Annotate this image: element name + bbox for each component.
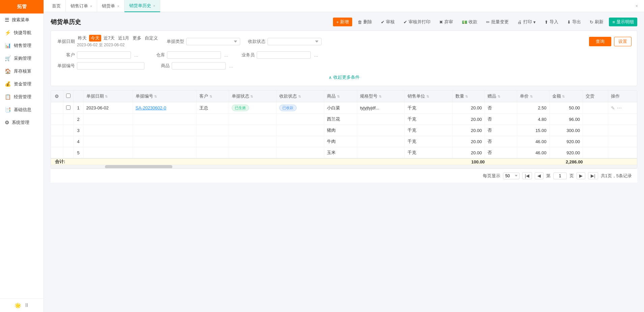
col-goods[interactable]: 商品 ⇅ <box>324 90 357 102</box>
cell-checkbox[interactable] <box>63 136 73 147</box>
sidebar-item-purchase-mgmt[interactable]: 🛒 采购管理 <box>0 52 44 65</box>
shortcut-1month[interactable]: 近1月 <box>117 35 130 42</box>
warehouse-dots[interactable]: ... <box>223 52 230 58</box>
doc-num-link[interactable]: SA-20230602-0 <box>136 105 166 110</box>
col-qty[interactable]: 数量 ⇅ <box>452 90 485 102</box>
table-scrollbar[interactable] <box>51 165 637 168</box>
table-scrollbar-thumb[interactable] <box>105 165 172 168</box>
cell-checkbox[interactable] <box>63 114 73 125</box>
goods-dots[interactable]: ... <box>228 63 234 69</box>
action-cell: ✎ ⋯ <box>611 105 634 111</box>
collapse-btn[interactable]: ∧ 收起更多条件 <box>56 73 632 82</box>
col-unit[interactable]: 销售单位 ⇅ <box>405 90 452 102</box>
row-checkbox[interactable] <box>66 105 71 110</box>
cell-actions <box>608 147 637 159</box>
refresh-button[interactable]: ↻ 刷新 <box>586 18 607 26</box>
col-spec[interactable]: 规格型号 ⇅ <box>357 90 405 102</box>
cell-unit-price: 4.80 <box>517 114 550 125</box>
search-menu-icon: ☰ <box>5 17 9 23</box>
sidebar-item-finance-mgmt[interactable]: 💰 资金管理 <box>0 78 44 90</box>
customer-dots[interactable]: ... <box>133 52 140 58</box>
sidebar-item-sales-mgmt[interactable]: 📊 销售管理 <box>0 39 44 52</box>
review-button[interactable]: ✔ 审核 <box>377 18 398 26</box>
tab-home[interactable]: 首页 <box>47 0 66 12</box>
page-input[interactable] <box>553 173 567 179</box>
sidebar-item-label: 资金管理 <box>14 81 31 87</box>
import-button[interactable]: ⬆ 导入 <box>541 18 562 26</box>
col-gift[interactable]: 赠品 ⇅ <box>485 90 517 102</box>
new-label: 新增 <box>340 19 349 25</box>
col-settings[interactable]: ⚙ <box>51 90 63 102</box>
filter-settings-button[interactable]: 设置 <box>614 37 632 46</box>
sidebar-item-search-menu[interactable]: ☰ 搜索菜单 <box>0 14 44 26</box>
batch-change-button[interactable]: ✏ 批量变更 <box>483 18 512 26</box>
sidebar-item-label: 销售管理 <box>14 43 31 49</box>
cell-amount: 920.00 <box>549 147 583 159</box>
collapse-label: 收起更多条件 <box>333 74 360 80</box>
export-button[interactable]: ⬇ 导出 <box>564 18 584 26</box>
cell-checkbox[interactable] <box>63 125 73 136</box>
page-title: 销货单历史 <box>51 18 333 26</box>
salesperson-dots[interactable]: ... <box>313 52 319 58</box>
query-button[interactable]: 查询 <box>589 37 611 46</box>
col-amount[interactable]: 金额 ⇅ <box>549 90 583 102</box>
cell-seq: 1 <box>73 102 83 114</box>
table-row: 1 2023-06-02 SA-20230602-0 王总 已生效 已收款 小白… <box>51 102 637 114</box>
tab-sales-history-close[interactable]: × <box>153 4 155 8</box>
edit-icon[interactable]: ✎ <box>611 105 615 111</box>
delete-button[interactable]: 🗑 删除 <box>354 18 375 26</box>
sidebar-item-quick-nav[interactable]: ⚡ 快捷导航 <box>0 26 44 39</box>
tab-sales-history-label: 销货单历史 <box>129 3 151 9</box>
new-button[interactable]: + 新增 <box>333 18 353 26</box>
sidebar-item-ops-mgmt[interactable]: 📋 经营管理 <box>0 90 44 103</box>
per-page-select[interactable]: 50 20 100 <box>503 173 520 179</box>
shortcut-more[interactable]: 更多 <box>132 35 142 42</box>
tab-sales-goods-close[interactable]: × <box>117 4 119 8</box>
review-print-button[interactable]: ✔ 审核并打印 <box>400 18 434 26</box>
customer-input[interactable] <box>77 51 131 59</box>
tab-sales-order-close[interactable]: × <box>90 4 92 8</box>
sidebar-item-basic-info[interactable]: 📑 基础信息 <box>0 103 44 116</box>
sidebar-bottom: 🌟 ⏸ <box>0 298 44 312</box>
prev-page-btn[interactable]: ◀ <box>535 172 543 179</box>
shortcut-today[interactable]: 今天 <box>89 35 101 42</box>
last-page-btn[interactable]: ▶| <box>588 172 598 179</box>
doc-type-select[interactable] <box>186 38 240 45</box>
receive-label: 收款 <box>469 19 477 25</box>
col-payment-status[interactable]: 收款状态 ⇅ <box>276 90 324 102</box>
warehouse-input[interactable] <box>167 51 221 59</box>
first-page-btn[interactable]: |◀ <box>522 172 532 179</box>
sidebar-star-btn[interactable]: 🌟 <box>15 302 21 309</box>
doc-num-input[interactable] <box>77 62 144 70</box>
shortcut-custom[interactable]: 自定义 <box>144 35 159 42</box>
display-detail-button[interactable]: ≡ 显示明细 <box>609 18 637 26</box>
salesperson-input[interactable] <box>257 51 311 59</box>
col-checkbox[interactable] <box>63 90 73 102</box>
select-all-checkbox[interactable] <box>66 94 71 98</box>
next-page-btn[interactable]: ▶ <box>577 172 585 179</box>
cell-doc-num <box>133 147 196 159</box>
sidebar-pause-btn[interactable]: ⏸ <box>24 302 29 309</box>
tab-sales-order[interactable]: 销售订单 × <box>66 0 97 12</box>
print-button[interactable]: 🖨 打印 ▾ <box>514 18 539 26</box>
shortcut-7days[interactable]: 近7天 <box>103 35 116 42</box>
col-doc-num[interactable]: 单据编号 ⇅ <box>133 90 196 102</box>
col-unit-price[interactable]: 单价 ⇅ <box>517 90 550 102</box>
more-icon[interactable]: ⋯ <box>617 105 622 111</box>
payment-status-select[interactable] <box>268 38 321 45</box>
tab-sales-goods[interactable]: 销货单 × <box>97 0 124 12</box>
goods-input[interactable] <box>172 62 226 70</box>
tab-close-all-btn[interactable]: × <box>633 2 641 10</box>
cell-checkbox[interactable] <box>63 147 73 159</box>
col-customer[interactable]: 客户 ⇅ <box>197 90 229 102</box>
sidebar-item-inventory[interactable]: 🏠 库存核算 <box>0 65 44 78</box>
abandon-button[interactable]: ✖ 弃审 <box>436 18 456 26</box>
sidebar-item-system-mgmt[interactable]: ⚙ 系统管理 <box>0 116 44 129</box>
filter-doc-num: 单据编号 <box>56 62 144 70</box>
shortcut-yesterday[interactable]: 昨天 <box>77 35 88 42</box>
receive-button[interactable]: 💵 收款 <box>458 18 481 26</box>
col-doc-status[interactable]: 单据状态 ⇅ <box>229 90 276 102</box>
cell-checkbox[interactable] <box>63 102 73 114</box>
tab-sales-history[interactable]: 销货单历史 × <box>124 0 160 12</box>
col-date[interactable]: 单据日期 ⇅ <box>83 90 133 102</box>
